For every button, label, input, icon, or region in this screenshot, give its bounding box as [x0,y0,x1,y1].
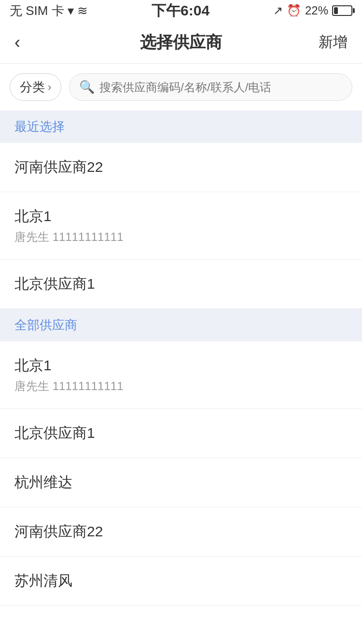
list-item[interactable]: 河南供应商22 [0,507,362,557]
category-label: 分类 [20,79,45,96]
list-item[interactable]: 杭州维达 [0,458,362,507]
item-title: 杭州维达 [14,473,348,492]
alarm-icon: ⏰ [287,4,301,17]
status-right: ↗ ⏰ 22% [273,4,352,17]
page-title: 选择供应商 [140,31,222,54]
battery-percentage: 22% [305,4,328,17]
search-icon: 🔍 [79,80,95,95]
sim-status: 无 SIM 卡 ▾ ≋ [10,2,88,19]
item-title: 河南供应商22 [14,157,348,177]
chevron-right-icon: › [48,81,51,94]
battery-icon [332,5,352,16]
item-subtitle: 唐先生 11111111111 [14,378,348,394]
item-title: 苏州清风 [14,571,348,591]
search-input[interactable] [99,81,342,94]
nav-bar: ‹ 选择供应商 新增 [0,21,362,64]
recent-list: 河南供应商22北京1唐先生 11111111111北京供应商1 [0,143,362,309]
status-left: 无 SIM 卡 ▾ ≋ [10,2,88,19]
item-subtitle: 唐先生 11111111111 [14,229,348,245]
list-item[interactable]: 北京1唐先生 11111111111 [0,341,362,409]
item-title: 河南供应商22 [14,522,348,542]
list-item[interactable]: 河南供应商22 [0,143,362,192]
add-button[interactable]: 新增 [319,32,348,52]
location-icon: ↗ [273,4,283,17]
list-item[interactable]: 北京供应商1 [0,260,362,309]
list-item[interactable]: 苏州清风 [0,557,362,606]
list-item[interactable]: 北京供应商1 [0,409,362,458]
all-list: 北京1唐先生 11111111111北京供应商1杭州维达河南供应商22苏州清风 [0,341,362,606]
recent-section-header: 最近选择 [0,111,362,143]
all-section-header: 全部供应商 [0,309,362,341]
search-box: 🔍 [69,73,352,101]
category-button[interactable]: 分类 › [10,73,61,101]
item-title: 北京1 [14,356,348,376]
item-title: 北京1 [14,207,348,226]
filter-row: 分类 › 🔍 [0,64,362,111]
status-time: 下午6:04 [152,1,209,21]
status-bar: 无 SIM 卡 ▾ ≋ 下午6:04 ↗ ⏰ 22% [0,0,362,21]
item-title: 北京供应商1 [14,423,348,443]
back-button[interactable]: ‹ [14,32,43,53]
item-title: 北京供应商1 [14,274,348,294]
list-item[interactable]: 北京1唐先生 11111111111 [0,192,362,260]
